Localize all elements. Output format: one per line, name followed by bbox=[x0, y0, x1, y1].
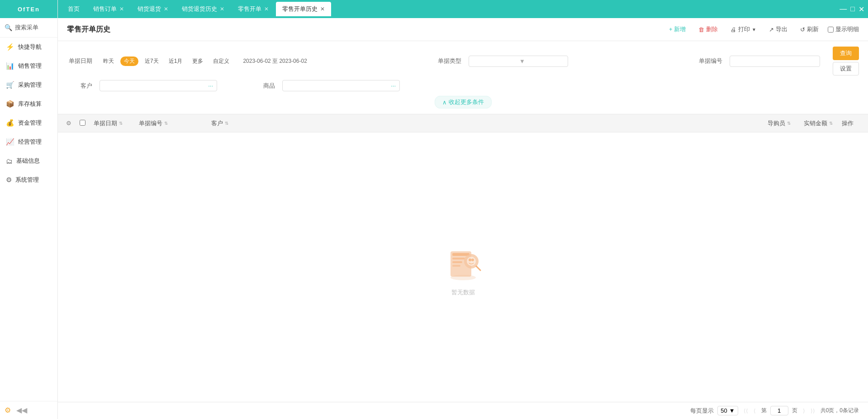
sidebar-item-label-kucun: 库存核算 bbox=[18, 100, 42, 108]
sidebar-item-icon-kucun: 📦 bbox=[6, 100, 14, 108]
tab-zero-history[interactable]: 零售开单历史✕ bbox=[276, 2, 331, 16]
maximize-icon[interactable]: □ bbox=[850, 5, 855, 13]
date-opt-昨天[interactable]: 昨天 bbox=[100, 56, 118, 66]
date-range: 2023-06-02 至 2023-06-02 bbox=[243, 57, 307, 65]
add-button[interactable]: + 新增 bbox=[665, 24, 689, 35]
page-nav: ⟨⟨ ⟨ 第 页 ⟩ ⟩⟩ bbox=[742, 406, 817, 415]
delete-button[interactable]: 🗑 删除 bbox=[695, 24, 721, 35]
col-customer-sort[interactable]: ⇅ bbox=[225, 121, 228, 126]
sidebar-nav: ⚡ 快捷导航 📊 销售管理 🛒 采购管理 📦 库存核算 💰 资金管理 📈 经营管… bbox=[0, 38, 57, 401]
tab-home[interactable]: 首页 bbox=[62, 2, 86, 16]
tab-close-sales-order[interactable]: ✕ bbox=[119, 6, 124, 12]
col-date-sort[interactable]: ⇅ bbox=[119, 121, 123, 126]
setting-button[interactable]: 设置 bbox=[833, 62, 859, 75]
settings-icon[interactable]: ⚙ bbox=[5, 406, 11, 414]
type-label: 单据类型 bbox=[436, 57, 461, 65]
no-input-field[interactable] bbox=[734, 58, 816, 65]
query-button[interactable]: 查询 bbox=[833, 47, 859, 60]
empty-illustration bbox=[441, 238, 486, 283]
minimize-icon[interactable]: — bbox=[840, 5, 847, 13]
first-page-icon[interactable]: ⟨⟨ bbox=[742, 407, 750, 415]
date-opt-近1月[interactable]: 近1月 bbox=[165, 56, 186, 66]
next-page-icon[interactable]: ⟩ bbox=[801, 407, 807, 415]
print-dropdown-icon: ▼ bbox=[752, 27, 756, 32]
col-no-label: 单据编号 bbox=[139, 119, 162, 127]
tab-sales-return-history[interactable]: 销货退货历史✕ bbox=[175, 2, 231, 16]
pagination: 每页显示 50 ▼ ⟨⟨ ⟨ 第 页 ⟩ ⟩⟩ 共0页，0条记录 bbox=[58, 402, 868, 419]
table-area: ⚙ 单据日期 ⇅ 单据编号 ⇅ 客户 ⇅ 导购员 ⇅ 实销金额 ⇅ bbox=[58, 114, 868, 402]
type-select[interactable]: ▼ bbox=[469, 56, 568, 67]
collapse-button[interactable]: ∧ 收起更多条件 bbox=[435, 96, 492, 108]
sidebar-footer: ⚙ ◀◀ bbox=[0, 401, 57, 419]
sidebar-item-zijin[interactable]: 💰 资金管理 bbox=[0, 113, 57, 132]
goods-input-field[interactable] bbox=[286, 82, 391, 89]
sidebar-item-caigou[interactable]: 🛒 采购管理 bbox=[0, 75, 57, 94]
svg-point-9 bbox=[469, 259, 471, 261]
select-all-checkbox[interactable] bbox=[76, 120, 89, 127]
sidebar-item-icon-xitong: ⚙ bbox=[6, 176, 12, 184]
date-opt-今天[interactable]: 今天 bbox=[120, 56, 138, 66]
tab-label-zero-history: 零售开单历史 bbox=[282, 5, 318, 13]
tab-zero-open[interactable]: 零售开单✕ bbox=[232, 2, 275, 16]
svg-rect-5 bbox=[452, 265, 460, 267]
filter-row-1: 单据日期 昨天今天近7天近1月更多自定义 2023-06-02 至 2023-0… bbox=[67, 47, 859, 75]
toolbar: + 新增 🗑 删除 🖨 打印 ▼ ↗ 导出 ↺ 刷新 显示明细 bbox=[665, 24, 859, 35]
goods-input[interactable]: ··· bbox=[282, 80, 400, 91]
search-menu[interactable]: 🔍 搜索采单 bbox=[0, 18, 57, 38]
sidebar-item-label-zijin: 资金管理 bbox=[18, 119, 42, 127]
svg-rect-2 bbox=[452, 253, 470, 256]
customer-dots[interactable]: ··· bbox=[208, 82, 213, 89]
tab-close-sales-return-history[interactable]: ✕ bbox=[220, 6, 224, 12]
sidebar-item-jingying[interactable]: 📈 经营管理 bbox=[0, 132, 57, 151]
close-window-icon[interactable]: ✕ bbox=[859, 5, 864, 14]
empty-text: 暂无数据 bbox=[451, 288, 475, 297]
prev-page-icon[interactable]: ⟨ bbox=[752, 407, 758, 415]
goods-label: 商品 bbox=[250, 82, 275, 90]
col-guide-sort[interactable]: ⇅ bbox=[787, 121, 791, 126]
col-amount-sort[interactable]: ⇅ bbox=[829, 121, 833, 126]
col-no-sort[interactable]: ⇅ bbox=[164, 121, 168, 126]
export-button[interactable]: ↗ 导出 bbox=[765, 24, 791, 35]
empty-area: 暂无数据 bbox=[58, 132, 868, 402]
page-size-value: 50 bbox=[721, 407, 727, 414]
tab-label-sales-return: 销货退货 bbox=[138, 5, 161, 13]
sidebar-item-kucun[interactable]: 📦 库存核算 bbox=[0, 94, 57, 113]
collapse-up-icon: ∧ bbox=[442, 99, 447, 106]
column-settings-icon[interactable]: ⚙ bbox=[62, 120, 76, 127]
customer-input-field[interactable] bbox=[104, 82, 208, 89]
tab-close-zero-history[interactable]: ✕ bbox=[320, 6, 325, 12]
collapse-icon[interactable]: ◀◀ bbox=[16, 406, 27, 414]
page-label: 第 bbox=[759, 406, 768, 415]
tab-sales-order[interactable]: 销售订单✕ bbox=[87, 2, 130, 16]
col-customer-label: 客户 bbox=[211, 119, 223, 127]
display-detail-checkbox[interactable]: 显示明细 bbox=[828, 25, 859, 33]
date-label: 单据日期 bbox=[67, 57, 92, 65]
page-size-select[interactable]: 50 ▼ bbox=[717, 406, 738, 415]
refresh-button[interactable]: ↺ 刷新 bbox=[797, 24, 822, 35]
no-input[interactable] bbox=[730, 56, 820, 67]
collapse-row: ∧ 收起更多条件 bbox=[67, 96, 859, 108]
sidebar-item-xiaoshou[interactable]: 📊 销售管理 bbox=[0, 56, 57, 75]
tab-close-sales-return[interactable]: ✕ bbox=[164, 6, 168, 12]
sidebar-item-icon-xiaoshou: 📊 bbox=[6, 62, 14, 70]
tab-sales-return[interactable]: 销货退货✕ bbox=[131, 2, 175, 16]
customer-input[interactable]: ··· bbox=[100, 80, 217, 91]
page-input[interactable] bbox=[770, 406, 788, 415]
sidebar-item-icon-jingying: 📈 bbox=[6, 138, 14, 146]
svg-point-10 bbox=[471, 259, 474, 261]
date-opt-近7天[interactable]: 近7天 bbox=[141, 56, 162, 66]
sidebar-item-icon-caigou: 🛒 bbox=[6, 81, 14, 89]
svg-point-7 bbox=[467, 257, 476, 266]
date-opt-自定义[interactable]: 自定义 bbox=[209, 56, 233, 66]
sidebar-item-jichu[interactable]: 🗂 基础信息 bbox=[0, 151, 57, 170]
last-page-icon[interactable]: ⟩⟩ bbox=[809, 407, 817, 415]
svg-line-8 bbox=[476, 266, 480, 270]
sidebar-item-xitong[interactable]: ⚙ 系统管理 bbox=[0, 170, 57, 189]
date-opt-更多[interactable]: 更多 bbox=[189, 56, 207, 66]
goods-dots[interactable]: ··· bbox=[391, 82, 396, 89]
sidebar-item-kuaijie[interactable]: ⚡ 快捷导航 bbox=[0, 38, 57, 56]
tab-label-zero-open: 零售开单 bbox=[238, 5, 261, 13]
col-action: 操作 bbox=[837, 119, 864, 127]
print-button[interactable]: 🖨 打印 ▼ bbox=[727, 24, 760, 35]
tab-close-zero-open[interactable]: ✕ bbox=[264, 6, 269, 12]
